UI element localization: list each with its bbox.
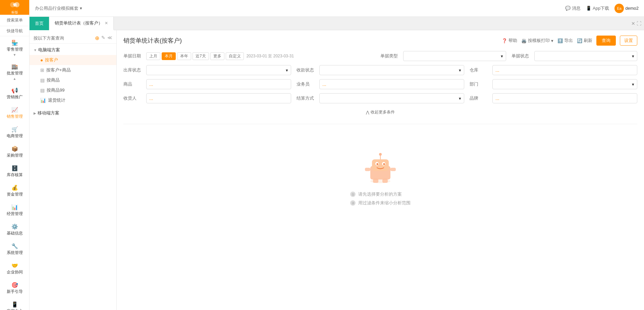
by-goods-99-icon: ▤	[40, 88, 45, 93]
sidebar-quick-nav[interactable]: 快捷导航	[0, 26, 29, 36]
system-icon: 🔧	[11, 243, 18, 249]
by-goods-icon: ▤	[40, 78, 45, 83]
page-title: 销货单统计表(按客户)	[123, 37, 182, 45]
payment-status-label: 收款状态	[297, 67, 317, 73]
filter-receiver: 收货人 ...	[123, 93, 291, 103]
filter-salesperson: 业务员 ...	[297, 79, 464, 89]
sidebar-item-marketing[interactable]: 📢 营销推广	[0, 84, 29, 103]
goods-input[interactable]: ...	[146, 79, 291, 89]
payment-status-select[interactable]: ▾	[319, 65, 464, 75]
department-select[interactable]: ▾	[492, 79, 637, 89]
doc-status-select[interactable]: ▾	[534, 51, 637, 61]
tree-item-by-goods[interactable]: ▤ 按商品	[30, 75, 116, 85]
user-profile[interactable]: Ea demo2	[614, 4, 639, 13]
retail-arrow-icon: ▼	[13, 53, 16, 57]
export-btn[interactable]: ⬆️ 导出	[557, 38, 573, 44]
tree-item-by-goods-label: 按商品	[47, 77, 60, 83]
date-btn-last-month[interactable]: 上月	[146, 52, 160, 60]
warehouse-input[interactable]: ...	[492, 65, 637, 75]
tree-item-by-goods-99-label: 按商品99	[47, 87, 64, 93]
goods-dots[interactable]: ...	[149, 82, 153, 87]
collapse-btn[interactable]: ⋀ 收起更多条件	[123, 107, 637, 117]
brand-input[interactable]: ...	[492, 93, 637, 103]
inventory-icon: 🗄️	[11, 165, 18, 171]
add-scheme-icon[interactable]: ⊕	[95, 35, 99, 41]
sidebar-item-basic[interactable]: ⚙️ 基础信息	[0, 220, 29, 240]
date-btn-this-year[interactable]: 本年	[177, 52, 191, 60]
left-panel-actions: ⊕ ✎ ≪	[95, 35, 112, 41]
sidebar-item-retail[interactable]: 🏪 零售管理 ▼	[0, 36, 29, 60]
app-download-btn[interactable]: 📱 App下载	[586, 5, 609, 11]
sidebar-subtitle: 标版	[11, 10, 18, 15]
maximize-window-icon[interactable]: ⛶	[637, 21, 641, 26]
product-selector[interactable]: 办公用品行业模拟账套 ▾	[35, 5, 82, 11]
guide-icon: 🎯	[11, 282, 18, 288]
date-btn-custom[interactable]: 自定义	[226, 52, 244, 60]
tab-sales-stat[interactable]: 销货单统计表（按客户） ✕	[49, 17, 114, 30]
tab-maximize-area: ✕ ⛶	[631, 21, 644, 26]
message-label: 消息	[572, 5, 581, 11]
empty-tips: ① 请先选择要分析的方案 ② 用过滤条件来缩小分析范围	[350, 191, 411, 209]
receiver-input[interactable]: ...	[146, 93, 291, 103]
sidebar-item-inventory[interactable]: 🗄️ 库存核算	[0, 162, 29, 181]
sidebar-item-finance[interactable]: 💰 资金管理	[0, 181, 29, 201]
sidebar-item-cooperation[interactable]: 🤝 企业协同	[0, 259, 29, 278]
return-stat-icon: 📊	[40, 98, 46, 103]
sidebar-item-guide[interactable]: 🎯 新手引导	[0, 278, 29, 298]
sidebar-item-wholesale[interactable]: 🏬 批发管理 ▲	[0, 60, 29, 84]
by-customer-goods-icon: ⊞	[40, 67, 44, 73]
doc-type-chevron-icon: ▾	[501, 54, 503, 59]
tree-item-return-stat[interactable]: 📊 退货统计	[30, 95, 116, 105]
out-status-select[interactable]: ▾	[146, 65, 291, 75]
tree-item-by-goods-99[interactable]: ▤ 按商品99	[30, 85, 116, 95]
sidebar-item-ecommerce[interactable]: 🛒 电商管理	[0, 123, 29, 142]
query-btn[interactable]: 查询	[596, 36, 616, 46]
help-btn[interactable]: ❓ 帮助	[502, 38, 517, 44]
salesperson-input[interactable]: ...	[319, 79, 464, 89]
date-btn-last-7-days[interactable]: 近7天	[193, 52, 209, 60]
receiver-label: 收货人	[123, 95, 144, 101]
help-icon: ❓	[502, 38, 507, 43]
settings-btn[interactable]: 设置	[620, 36, 637, 46]
tree-item-by-customer-goods-label: 按客户+商品	[46, 67, 71, 73]
edit-scheme-icon[interactable]: ✎	[101, 35, 105, 41]
svg-rect-5	[372, 159, 389, 171]
salesperson-dots[interactable]: ...	[322, 82, 326, 87]
collapse-panel-icon[interactable]: ≪	[107, 35, 112, 41]
doc-type-select[interactable]: ▾	[403, 51, 506, 61]
svg-rect-12	[365, 168, 370, 171]
sidebar-item-purchase[interactable]: 📦 采购管理	[0, 142, 29, 162]
operation-icon: 📊	[11, 204, 18, 210]
page-actions: ❓ 帮助 🖨️ 按模板打印 ▾ ⬆️ 导出 🔄 刷新	[502, 36, 637, 46]
tree-item-by-customer[interactable]: ● 按客户	[30, 55, 116, 65]
date-btn-more[interactable]: 更多	[210, 52, 224, 60]
sidebar-item-system[interactable]: 🔧 系统管理	[0, 240, 29, 259]
refresh-btn[interactable]: 🔄 刷新	[577, 38, 592, 44]
tree-group-mobile[interactable]: ▶ 移动端方案	[30, 108, 116, 118]
sidebar-item-operation[interactable]: 📊 经营管理	[0, 201, 29, 220]
brand-dots[interactable]: ...	[495, 96, 499, 101]
settlement-select[interactable]: ▾	[319, 93, 464, 103]
tab-home[interactable]: 首页	[30, 17, 49, 30]
tab-close-icon[interactable]: ✕	[105, 21, 108, 25]
wholesale-arrow-icon: ▲	[13, 77, 16, 81]
filter-area: 单据日期 上月 本月 本年 近7天 更多 自定义 2023-03-01 至 20…	[117, 48, 644, 124]
sidebar-search[interactable]: 搜索菜单	[0, 15, 29, 26]
out-status-label: 出库状态	[123, 67, 144, 73]
svg-point-9	[383, 163, 385, 165]
tree-item-by-customer-goods[interactable]: ⊞ 按客户+商品	[30, 65, 116, 75]
collapse-up-icon: ⋀	[366, 110, 369, 115]
tree-desktop-group: ▼ 电脑端方案 ● 按客户 ⊞ 按客户+商品 ▤ 按商品 ▤ 按商品99	[30, 44, 116, 107]
message-btn[interactable]: 💬 消息	[565, 5, 581, 11]
sidebar-item-sales[interactable]: 📈 销售管理	[0, 103, 29, 123]
close-window-icon[interactable]: ✕	[631, 21, 635, 26]
collapse-label: 收起更多条件	[371, 109, 395, 115]
sidebar-item-apps[interactable]: 📱 应用中心	[0, 298, 29, 310]
warehouse-dots[interactable]: ...	[495, 67, 499, 73]
print-btn[interactable]: 🖨️ 按模板打印 ▾	[521, 38, 553, 44]
filter-warehouse: 仓库 ...	[470, 65, 637, 75]
payment-status-chevron-icon: ▾	[459, 68, 461, 73]
tree-group-desktop[interactable]: ▼ 电脑端方案	[30, 45, 116, 55]
receiver-dots[interactable]: ...	[149, 96, 153, 101]
date-btn-this-month[interactable]: 本月	[162, 52, 176, 60]
